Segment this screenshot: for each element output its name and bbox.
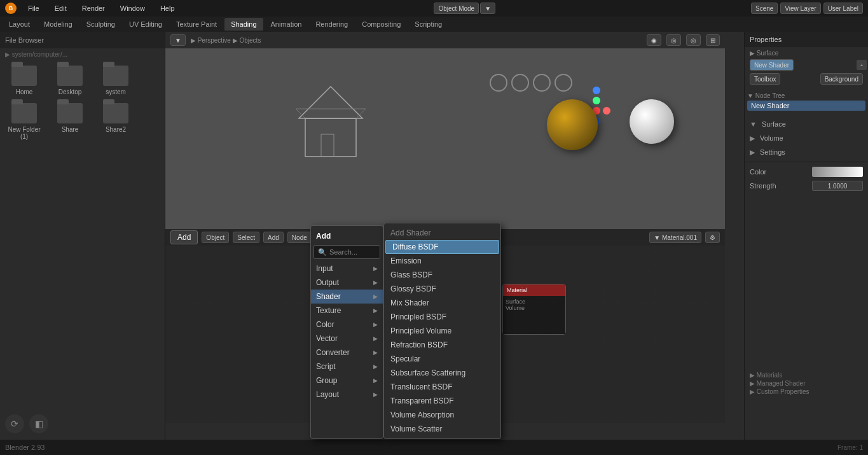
menu-edit[interactable]: Edit: [51, 3, 71, 13]
tab-scripting[interactable]: Scripting: [408, 18, 448, 31]
tab-layout[interactable]: Layout: [3, 18, 36, 31]
menu-item-shader[interactable]: Shader ▶: [311, 290, 383, 304]
right-panel-header: Properties: [745, 32, 868, 47]
shader-item-glossy-bsdf[interactable]: Glossy BSDF: [384, 282, 500, 296]
object-btn[interactable]: Object: [202, 232, 229, 243]
shader-item-diffuse-bsdf[interactable]: Diffuse BSDF: [385, 240, 499, 254]
settings-header: ▶ Settings: [745, 145, 868, 159]
menu-item-vector[interactable]: Vector ▶: [311, 332, 383, 346]
arrow-icon: ▶: [373, 377, 378, 384]
shader-item-volume-absorption[interactable]: Volume Absorption: [384, 408, 500, 422]
node-btn[interactable]: Node: [287, 232, 312, 243]
custom-properties-btn[interactable]: ▶ Custom Properties: [750, 388, 863, 395]
shader-item-specular[interactable]: Specular: [384, 352, 500, 366]
list-item[interactable]: New Folder (1): [5, 103, 43, 140]
viewport-header: ▼ ▶ Perspective ▶ Objects ◉ ◎ ◎ ⊞: [165, 32, 725, 48]
strength-input[interactable]: 1.0000: [812, 181, 863, 191]
shader-submenu-header: Add Shader: [384, 226, 500, 240]
materials-section-btn[interactable]: ▶ Materials: [750, 372, 863, 379]
arrow-icon: ▶: [373, 279, 378, 286]
bottom-props: ▶ Materials ▶ Managed Shader ▶ Custom Pr…: [745, 369, 868, 398]
list-item[interactable]: Share: [51, 103, 89, 140]
list-item[interactable]: Desktop: [51, 66, 89, 95]
tab-animation[interactable]: Animation: [265, 18, 308, 31]
menu-window[interactable]: Window: [116, 3, 149, 13]
folder-icon: [103, 103, 128, 123]
view-layer-select[interactable]: View Layer: [780, 3, 820, 14]
circle-view[interactable]: [555, 74, 572, 92]
menu-item-script[interactable]: Script ▶: [311, 360, 383, 374]
list-item[interactable]: Share2: [97, 103, 135, 140]
new-shader-btn[interactable]: New Shader: [750, 59, 794, 71]
tab-sculpting[interactable]: Sculpting: [80, 18, 121, 31]
menu-item-group[interactable]: Group ▶: [311, 374, 383, 388]
shader-item-mix-shader[interactable]: Mix Shader: [384, 296, 500, 310]
volume-header: ▶ Volume: [745, 131, 868, 145]
menu-item-converter[interactable]: Converter ▶: [311, 346, 383, 360]
arrow-icon: ▶: [373, 391, 378, 398]
tab-uv-editing[interactable]: UV Editing: [123, 18, 169, 31]
tab-shading[interactable]: Shading: [224, 18, 263, 31]
menu-help[interactable]: Help: [156, 3, 179, 13]
shader-item-translucent-bsdf[interactable]: Translucent BSDF: [384, 380, 500, 394]
color-picker[interactable]: [812, 167, 863, 177]
viewport-btn[interactable]: ▼: [480, 3, 495, 14]
select-btn[interactable]: Select: [233, 232, 259, 243]
shader-item-emission[interactable]: Emission: [384, 254, 500, 268]
shader-item-transparent-bsdf[interactable]: Transparent BSDF: [384, 394, 500, 408]
circle-x[interactable]: [490, 74, 507, 92]
shader-item-refraction-bsdf[interactable]: Refraction BSDF: [384, 338, 500, 352]
tool-btn-1[interactable]: ⟳: [5, 414, 24, 433]
menu-item-input[interactable]: Input ▶: [311, 262, 383, 276]
viewport-shading-render[interactable]: ◎: [686, 34, 701, 46]
folder-label: Home: [16, 88, 33, 95]
expand-btn[interactable]: +: [857, 60, 867, 70]
list-item[interactable]: Home: [5, 66, 43, 95]
gizmo-btn[interactable]: ⊞: [706, 34, 720, 46]
scene-select[interactable]: Scene: [751, 3, 778, 14]
bottom-bar: Blender 2.93 Frame: 1: [0, 440, 868, 455]
folder-icon: [57, 103, 83, 123]
circle-z[interactable]: [533, 74, 551, 92]
surface-section: ▼ Surface ▶ Volume ▶ Settings: [745, 115, 868, 162]
shader-item-volume-scatter[interactable]: Volume Scatter: [384, 422, 500, 436]
material-node[interactable]: Material Surface Volume: [502, 284, 566, 335]
surface-label: Surface: [762, 120, 786, 128]
shader-item-principled-bsdf[interactable]: Principled BSDF: [384, 310, 500, 324]
shader-item-principled-volume[interactable]: Principled Volume: [384, 324, 500, 338]
tab-modeling[interactable]: Modeling: [38, 18, 79, 31]
menu-item-layout[interactable]: Layout ▶: [311, 388, 383, 402]
circle-y[interactable]: [511, 74, 529, 92]
volume-label: Volume: [760, 134, 783, 142]
arrow-icon: ▶: [373, 335, 378, 342]
background-btn[interactable]: Background: [820, 73, 863, 85]
tool-btn-2[interactable]: ◧: [29, 414, 48, 433]
material-slot[interactable]: ▼ Material.001: [649, 232, 701, 243]
viewport-overlay-btn[interactable]: ▼: [170, 34, 186, 46]
search-box[interactable]: 🔍 Search...: [313, 245, 380, 259]
right-icon-bar: +: [855, 57, 868, 73]
viewport-shading-mat[interactable]: ◎: [666, 34, 681, 46]
arrow-icon: ▶: [373, 307, 378, 314]
viewport-shading-solid[interactable]: ◉: [647, 34, 661, 46]
menu-render[interactable]: Render: [78, 3, 109, 13]
tab-texture-paint[interactable]: Texture Paint: [170, 18, 223, 31]
folder-label: Share: [62, 126, 79, 133]
toolbox-btn[interactable]: Toolbox: [750, 73, 780, 85]
menu-item-texture[interactable]: Texture ▶: [311, 304, 383, 318]
shader-item-subsurface-scattering[interactable]: Subsurface Scattering: [384, 366, 500, 380]
file-browser-area: Home Desktop system New Folder (1) Share…: [0, 60, 165, 145]
managed-shader-btn[interactable]: ▶ Managed Shader: [750, 380, 863, 387]
menu-item-output[interactable]: Output ▶: [311, 276, 383, 290]
menu-item-color[interactable]: Color ▶: [311, 318, 383, 332]
list-item[interactable]: system: [97, 66, 135, 95]
tab-compositing[interactable]: Compositing: [355, 18, 407, 31]
menu-file[interactable]: File: [24, 3, 43, 13]
add-menu-btn[interactable]: Add: [263, 232, 284, 243]
tab-rendering[interactable]: Rendering: [309, 18, 354, 31]
add-button[interactable]: Add: [170, 230, 198, 244]
node-settings[interactable]: ⚙: [705, 232, 720, 243]
active-node-name[interactable]: New Shader: [747, 101, 865, 111]
mode-select[interactable]: Object Mode: [434, 3, 479, 14]
shader-item-glass-bsdf[interactable]: Glass BSDF: [384, 268, 500, 282]
